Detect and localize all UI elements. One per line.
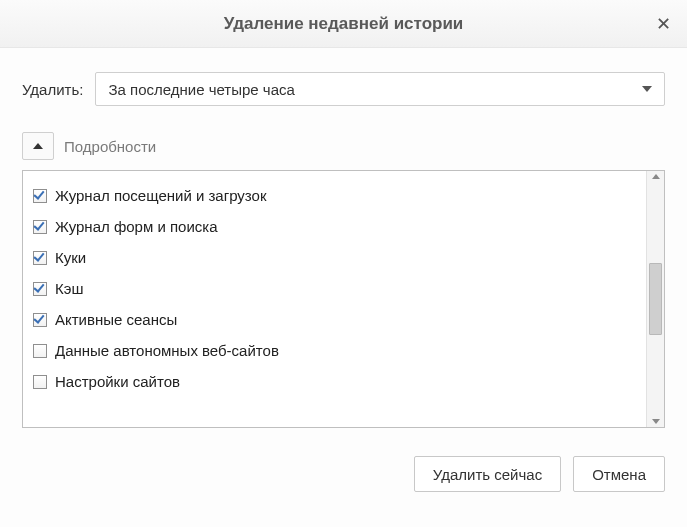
list-item: Журнал посещений и загрузок [33, 181, 640, 212]
list-item: Журнал форм и поиска [33, 212, 640, 243]
scroll-up-icon[interactable] [652, 174, 660, 179]
checkbox-label[interactable]: Данные автономных веб-сайтов [55, 342, 279, 359]
checkbox-label[interactable]: Настройки сайтов [55, 373, 180, 390]
scrollbar[interactable] [646, 171, 664, 427]
checkbox[interactable] [33, 344, 47, 358]
timerange-select[interactable]: За последние четыре часа [95, 72, 665, 106]
checkbox[interactable] [33, 189, 47, 203]
checkbox[interactable] [33, 375, 47, 389]
chevron-up-icon [33, 143, 43, 149]
checkbox-label[interactable]: Активные сеансы [55, 311, 177, 328]
timerange-label: Удалить: [22, 81, 83, 98]
scrollbar-track[interactable] [647, 181, 664, 417]
checkbox-label[interactable]: Журнал форм и поиска [55, 218, 218, 235]
list-item: Данные автономных веб-сайтов [33, 336, 640, 367]
checkbox-label[interactable]: Куки [55, 249, 86, 266]
close-icon: ✕ [656, 15, 671, 33]
list-item: Настройки сайтов [33, 367, 640, 398]
details-listbox: Журнал посещений и загрузокЖурнал форм и… [22, 170, 665, 428]
title-bar: Удаление недавней истории ✕ [0, 0, 687, 48]
dialog-title: Удаление недавней истории [224, 14, 464, 34]
details-toggle-row: Подробности [22, 132, 665, 160]
checkbox[interactable] [33, 220, 47, 234]
caret-down-icon [642, 86, 652, 92]
list-item: Активные сеансы [33, 305, 640, 336]
timerange-value: За последние четыре часа [108, 81, 294, 98]
checkbox-label[interactable]: Кэш [55, 280, 83, 297]
details-label: Подробности [64, 138, 156, 155]
checkbox[interactable] [33, 313, 47, 327]
timerange-row: Удалить: За последние четыре часа [22, 72, 665, 106]
details-list: Журнал посещений и загрузокЖурнал форм и… [23, 171, 646, 427]
checkbox[interactable] [33, 251, 47, 265]
list-item: Кэш [33, 274, 640, 305]
close-button[interactable]: ✕ [653, 14, 673, 34]
checkbox[interactable] [33, 282, 47, 296]
dialog-content: Удалить: За последние четыре часа Подроб… [0, 48, 687, 442]
checkbox-label[interactable]: Журнал посещений и загрузок [55, 187, 266, 204]
list-item: Куки [33, 243, 640, 274]
scroll-down-icon[interactable] [652, 419, 660, 424]
scrollbar-thumb[interactable] [649, 263, 662, 335]
details-toggle-button[interactable] [22, 132, 54, 160]
clear-now-button[interactable]: Удалить сейчас [414, 456, 561, 492]
dialog-footer: Удалить сейчас Отмена [0, 442, 687, 502]
cancel-button[interactable]: Отмена [573, 456, 665, 492]
